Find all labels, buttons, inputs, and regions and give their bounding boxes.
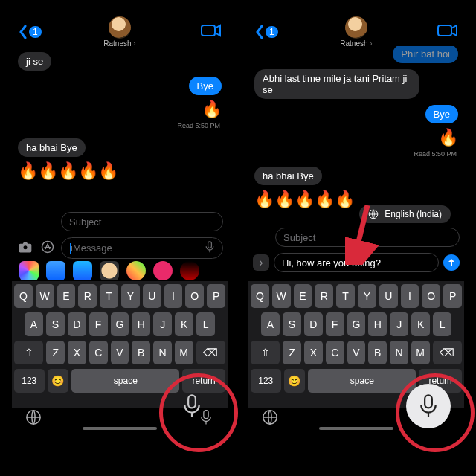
key-o[interactable]: O [185, 284, 204, 308]
fire-emoji[interactable]: 🔥🔥🔥🔥🔥 [18, 161, 118, 181]
key-p[interactable]: P [443, 284, 462, 308]
collapse-apps-icon[interactable]: › [253, 254, 269, 271]
key-b[interactable]: B [132, 341, 150, 364]
key-y[interactable]: Y [121, 284, 140, 308]
key-p[interactable]: P [207, 284, 225, 308]
key-z[interactable]: Z [283, 341, 301, 364]
key-k[interactable]: K [411, 312, 430, 336]
numbers-key[interactable]: 123 [251, 369, 281, 393]
appstore-icon[interactable] [39, 240, 57, 257]
key-d[interactable]: D [68, 312, 86, 336]
key-q[interactable]: Q [14, 284, 33, 308]
key-j[interactable]: J [390, 312, 408, 336]
message-out[interactable]: Bye [189, 77, 222, 95]
message-out[interactable]: Bye [425, 105, 458, 123]
key-y[interactable]: Y [358, 284, 376, 308]
key-t[interactable]: T [100, 284, 118, 308]
dictate-button-highlight[interactable] [170, 384, 214, 428]
key-i[interactable]: I [401, 284, 419, 308]
key-r[interactable]: R [78, 284, 97, 308]
emoji-key[interactable]: 😊 [48, 369, 69, 393]
delete-key[interactable]: ⌫ [433, 341, 462, 364]
key-w[interactable]: W [36, 284, 54, 308]
key-e[interactable]: E [294, 284, 312, 308]
message-in[interactable]: Abhi last time mile ja tani Pritam ji se [254, 69, 419, 99]
key-g[interactable]: G [347, 312, 366, 336]
key-h[interactable]: H [368, 312, 387, 336]
read-receipt: Read 5:50 PM [177, 122, 220, 129]
stickers-app-icon[interactable] [126, 261, 146, 280]
key-t[interactable]: T [336, 284, 355, 308]
key-m[interactable]: M [175, 341, 193, 364]
key-n[interactable]: N [153, 341, 172, 364]
emoji-key[interactable]: 😊 [284, 369, 306, 393]
key-k[interactable]: K [175, 312, 193, 336]
globe-icon[interactable] [262, 409, 278, 428]
key-l[interactable]: L [433, 312, 451, 336]
shift-key[interactable]: ⇧ [251, 341, 280, 364]
message-in[interactable]: ha bhai Bye [254, 167, 322, 185]
key-h[interactable]: H [132, 312, 150, 336]
memoji-app-icon[interactable] [100, 261, 119, 280]
key-x[interactable]: X [68, 341, 86, 364]
audio-app-icon[interactable] [73, 261, 92, 280]
avatar [345, 16, 367, 39]
message-out[interactable]: Phir bat hoi [393, 46, 458, 63]
key-z[interactable]: Z [46, 341, 65, 364]
globe-icon[interactable] [25, 409, 42, 428]
numbers-key[interactable]: 123 [14, 369, 45, 393]
key-e[interactable]: E [57, 284, 76, 308]
home-indicator[interactable] [83, 427, 157, 430]
key-i[interactable]: I [164, 284, 183, 308]
key-s[interactable]: S [46, 312, 65, 336]
key-n[interactable]: N [390, 341, 408, 364]
camera-icon[interactable] [16, 240, 34, 257]
key-x[interactable]: X [304, 341, 323, 364]
key-a[interactable]: A [261, 312, 280, 336]
fire-emoji[interactable]: 🔥 [438, 128, 458, 147]
message-in[interactable]: ji se [18, 52, 51, 71]
key-s[interactable]: S [283, 312, 301, 336]
app-rail[interactable] [12, 260, 228, 281]
photos-app-icon[interactable] [19, 261, 39, 280]
contact-header[interactable]: Ratnesh › [12, 16, 228, 48]
key-v[interactable]: V [347, 341, 366, 364]
key-j[interactable]: J [153, 312, 172, 336]
message-input[interactable]: iMessage [61, 237, 223, 259]
dictate-inline-icon[interactable] [205, 241, 215, 255]
key-g[interactable]: G [111, 312, 129, 336]
space-key[interactable]: space [71, 369, 179, 393]
annotation-arrow [345, 202, 390, 265]
delete-key[interactable]: ⌫ [196, 341, 225, 364]
key-v[interactable]: V [111, 341, 129, 364]
search-app-icon[interactable] [153, 261, 173, 280]
key-d[interactable]: D [304, 312, 323, 336]
key-o[interactable]: O [422, 284, 440, 308]
key-r[interactable]: R [315, 284, 333, 308]
key-c[interactable]: C [89, 341, 108, 364]
shift-key[interactable]: ⇧ [14, 341, 43, 364]
key-q[interactable]: Q [251, 284, 269, 308]
key-u[interactable]: U [143, 284, 161, 308]
key-w[interactable]: W [272, 284, 291, 308]
key-b[interactable]: B [368, 341, 387, 364]
fire-emoji[interactable]: 🔥🔥🔥🔥🔥 [254, 190, 355, 209]
home-indicator[interactable] [319, 427, 393, 430]
key-a[interactable]: A [25, 312, 43, 336]
key-u[interactable]: U [379, 284, 398, 308]
contact-header[interactable]: Ratnesh › [248, 16, 464, 48]
send-button[interactable] [443, 254, 460, 271]
svg-rect-10 [425, 395, 432, 408]
appstore-app-icon[interactable] [46, 261, 65, 280]
dictate-button-active[interactable] [406, 384, 451, 428]
key-f[interactable]: F [326, 312, 344, 336]
fire-emoji[interactable]: 🔥 [202, 100, 222, 119]
key-f[interactable]: F [89, 312, 108, 336]
space-key[interactable]: space [308, 369, 416, 393]
message-in[interactable]: ha bhai Bye [18, 138, 86, 157]
music-app-icon[interactable] [180, 261, 199, 280]
key-c[interactable]: C [326, 341, 344, 364]
key-m[interactable]: M [411, 341, 430, 364]
subject-input[interactable]: Subject [61, 212, 223, 231]
key-l[interactable]: L [196, 312, 215, 336]
